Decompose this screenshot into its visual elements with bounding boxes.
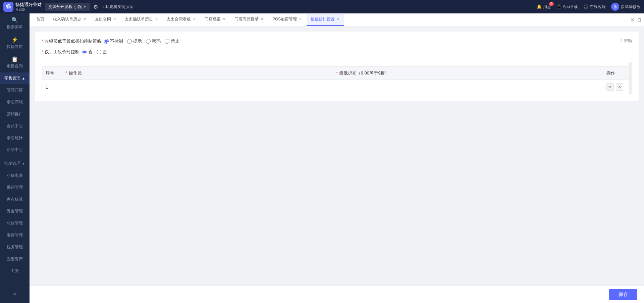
app-download-btn[interactable]: 📱 App下载 — [556, 4, 578, 10]
tab-payment-confirm-history[interactable]: 支出确认单历史 ✕ — [121, 14, 162, 26]
th-min-discount: * 最低折扣（9.00等于9折） — [332, 67, 602, 80]
search-icon: 🔍 — [11, 17, 18, 23]
demo-link[interactable]: ○ 我要看实例演示 — [101, 4, 133, 10]
save-button[interactable]: 保存 — [609, 289, 637, 300]
th-operator: * 操作员 — [62, 67, 332, 80]
tab-bar-actions: ✕ ⊡ — [631, 17, 641, 22]
user-profile-btn[interactable]: 徐 徐泽华修改 — [611, 3, 641, 11]
sidebar-item-retail-mgmt[interactable]: 零售管理 ▲ — [0, 72, 30, 85]
top-bar: 畅 畅捷通好业财 专业版 测试分开发程-小况 ▼ ⚙ ○ 我要看实例演示 🔔 消… — [0, 0, 644, 13]
close-tab-min-discount[interactable]: ✕ — [337, 17, 340, 21]
logo-area: 畅 畅捷通好业财 专业版 — [3, 2, 42, 12]
chevron-icon: ▲ — [22, 77, 25, 80]
table-row: 1 — [42, 80, 629, 94]
radio-manual-yes[interactable]: 是 — [97, 49, 107, 55]
mobile-icon: 📱 — [556, 4, 561, 9]
sidebar: 🔍 搜索菜单 ⚡ 快捷导航 📋 项目合同 零售管理 ▲ 智慧门店 零售商城 营销… — [0, 13, 30, 303]
cell-actions: ✏ ✕ — [602, 80, 629, 94]
chevron-icon-2: ▼ — [22, 162, 25, 165]
cell-operator[interactable] — [62, 80, 332, 94]
tab-payment-contract-board[interactable]: 支出合同看板 ✕ — [163, 14, 200, 26]
radio-manual-no[interactable]: 否 — [82, 49, 93, 55]
manual-price-row: * 仅手工改价时控制 否 是 — [42, 49, 179, 55]
bell-icon: 🔔 — [537, 4, 542, 9]
messages-btn[interactable]: 🔔 消息 9 — [537, 4, 551, 10]
radio-no-control[interactable]: 不控制 — [104, 38, 123, 44]
form-section-top: * 收银员低于最低折扣控制策略 不控制 提示 — [42, 38, 632, 60]
online-support-btn[interactable]: 🎧 在线客服 — [583, 4, 606, 10]
close-tab-payment-confirm-history[interactable]: ✕ — [155, 17, 158, 21]
top-bar-right: 🔔 消息 9 📱 App下载 🎧 在线客服 徐 徐泽华修改 — [537, 3, 641, 11]
sidebar-item-inventory-calc[interactable]: 库存核算 — [0, 194, 30, 206]
logo-icon: 畅 — [3, 2, 13, 12]
tab-bar: 首页 收入确认单历史 ✕ 支出合同 ✕ 支出确认单历史 ✕ 支出合同看板 ✕ 门… — [30, 13, 644, 26]
sidebar-item-help-center[interactable]: 帮助中心 — [0, 144, 30, 156]
table-header-row: 序号 * 操作员 * 最低折扣（9.00等于9折） — [42, 67, 629, 80]
sidebar-item-wholesale-mgmt[interactable]: 批发管理 ▼ — [0, 158, 30, 170]
cashier-policy-label: * 收银员低于最低折扣控制策略 — [42, 38, 101, 44]
tab-store-product-catalog[interactable]: 门店商品目录 ✕ — [230, 14, 268, 26]
sidebar-item-search[interactable]: 🔍 搜索菜单 — [0, 13, 30, 33]
radio-tip[interactable]: 提示 — [127, 38, 142, 44]
operator-input[interactable] — [66, 85, 328, 90]
sidebar-item-purchase-mgmt[interactable]: 采购管理 — [0, 182, 30, 194]
sidebar-item-ledger-mgmt[interactable]: 总账管理 — [0, 217, 30, 230]
sidebar-item-invoice-mgmt[interactable]: 发票管理 — [0, 230, 30, 242]
form-fields: * 收银员低于最低折扣控制策略 不控制 提示 — [42, 38, 179, 60]
row-edit-btn[interactable]: ✏ — [606, 83, 614, 91]
cell-seq: 1 — [42, 80, 62, 94]
close-tab-store-product-catalog[interactable]: ✕ — [261, 17, 264, 21]
th-actions: 操作 — [602, 67, 629, 80]
close-tab-store-file[interactable]: ✕ — [223, 17, 226, 21]
cashier-policy-row: * 收银员低于最低折扣控制策略 不控制 提示 — [42, 38, 179, 44]
sidebar-item-project-contract[interactable]: 📋 项目合同 — [0, 53, 30, 72]
tab-home[interactable]: 首页 — [32, 14, 48, 26]
sidebar-item-fixed-assets[interactable]: 固定资产 — [0, 253, 30, 265]
page-content: * 收银员低于最低折扣控制策略 不控制 提示 — [30, 26, 644, 286]
project-selector[interactable]: 测试分开发程-小况 ▼ — [45, 3, 90, 11]
close-tab-payment-contract-board[interactable]: ✕ — [193, 17, 196, 21]
close-tab-action-btn[interactable]: ✕ — [631, 17, 635, 22]
sidebar-item-xiaochang-ecom[interactable]: 小畅电商 — [0, 170, 30, 182]
tab-income-confirm-history[interactable]: 收入确认单历史 ✕ — [49, 14, 90, 26]
sidebar-item-retail-stats[interactable]: 零售统计 — [0, 132, 30, 144]
cell-min-discount[interactable] — [332, 80, 602, 94]
tab-min-discount-settings[interactable]: 最低折扣设置 ✕ — [307, 14, 344, 26]
sidebar-item-marketing[interactable]: 营销推广 — [0, 108, 30, 120]
radio-password[interactable]: 密码 — [146, 38, 161, 44]
close-tab-pos-password[interactable]: ✕ — [299, 17, 302, 21]
table-wrapper: 序号 * 操作员 * 最低折扣（9.00等于9折） — [42, 62, 632, 94]
tab-pos-password-mgmt[interactable]: POS加密管理 ✕ — [268, 14, 306, 26]
discount-table: 序号 * 操作员 * 最低折扣（9.00等于9折） — [42, 66, 629, 94]
tab-store-file[interactable]: 门店档案 ✕ — [201, 14, 230, 26]
help-btn[interactable]: ？ 帮助 — [619, 38, 632, 44]
sidebar-item-capital-mgmt[interactable]: 资金管理 — [0, 205, 30, 217]
delete-icon: ✕ — [618, 85, 621, 89]
sidebar-item-salary[interactable]: 工资 — [0, 265, 30, 277]
min-discount-input[interactable] — [336, 85, 598, 90]
shortcut-icon: ⚡ — [11, 37, 18, 43]
radio-forbid[interactable]: 禁止 — [165, 38, 179, 44]
row-delete-btn[interactable]: ✕ — [616, 83, 623, 91]
close-tab-income[interactable]: ✕ — [83, 17, 86, 21]
manual-price-radio-group: 否 是 — [82, 49, 107, 55]
sidebar-item-tax-mgmt[interactable]: 税务管理 — [0, 241, 30, 253]
sidebar-item-retail-mall[interactable]: 零售商城 — [0, 96, 30, 108]
sidebar-settings-btn[interactable]: ⚙ — [12, 288, 18, 300]
question-icon: ？ — [619, 38, 623, 44]
avatar: 徐 — [611, 3, 619, 11]
sidebar-item-member-center[interactable]: 会员中心 — [0, 120, 30, 132]
cashier-policy-radio-group: 不控制 提示 密码 — [104, 38, 179, 44]
tab-payment-contract[interactable]: 支出合同 ✕ — [91, 14, 120, 26]
th-seq: 序号 — [42, 67, 62, 80]
close-tab-payment-contract[interactable]: ✕ — [113, 17, 116, 21]
table-scrollbar[interactable] — [629, 62, 632, 94]
page-footer: 保存 — [30, 286, 644, 303]
chevron-down-icon: ▼ — [83, 5, 87, 9]
sidebar-item-smart-store[interactable]: 智慧门店 — [0, 84, 30, 96]
expand-tab-action-btn[interactable]: ⊡ — [637, 17, 641, 22]
sidebar-item-shortcut[interactable]: ⚡ 快捷导航 — [0, 33, 30, 53]
main-layout: 🔍 搜索菜单 ⚡ 快捷导航 📋 项目合同 零售管理 ▲ 智慧门店 零售商城 营销… — [0, 13, 644, 303]
settings-icon-btn[interactable]: ⚙ — [93, 4, 98, 10]
headset-icon: 🎧 — [583, 4, 588, 9]
